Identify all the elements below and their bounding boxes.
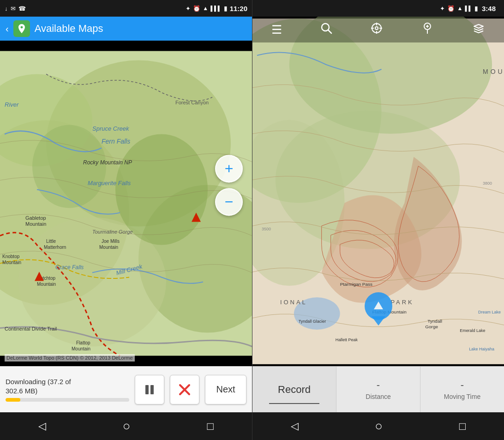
svg-text:Knobtop: Knobtop (2, 254, 20, 259)
bluetooth-icon-left: ✦ (186, 5, 191, 12)
svg-text:Dream Lake: Dream Lake (478, 310, 501, 314)
svg-text:Mountain: Mountain (2, 260, 21, 265)
svg-text:3500: 3500 (262, 227, 271, 231)
svg-line-38 (328, 30, 331, 33)
location-marker (365, 292, 392, 320)
moving-time-label: Moving Time (444, 393, 480, 400)
svg-text:Mountain: Mountain (37, 282, 56, 287)
zoom-out-button[interactable]: − (215, 188, 243, 216)
svg-text:Rocky Mountain NP: Rocky Mountain NP (83, 159, 132, 166)
download-info: Downloading (37.2 of 302.6 MB) (6, 377, 129, 402)
svg-text:Mountain: Mountain (25, 221, 46, 227)
add-waypoint-icon[interactable] (421, 22, 434, 38)
time-left: 11:20 (230, 5, 247, 12)
svg-marker-93 (374, 301, 383, 309)
status-icons-right: ✦ ⏰ ▲ ▌▌▌ ▮ 11:20 (186, 5, 247, 12)
wifi-icon-right: ▲ (457, 5, 462, 12)
record-bar: Record - Distance - Moving Time (252, 366, 504, 412)
signal-icon-right: ▌▌ (465, 6, 472, 11)
record-underline (269, 403, 319, 404)
map-area-right[interactable]: ☰ (252, 17, 504, 366)
progress-bar-fill (6, 398, 20, 402)
page-title-left: Available Maps (35, 23, 103, 35)
distance-section: - Distance (336, 367, 420, 412)
svg-text:IONAL: IONAL (280, 299, 307, 306)
svg-text:Spruce Creek: Spruce Creek (92, 125, 130, 132)
nav-bar-left: ◁ ○ □ (0, 412, 252, 440)
nav-back-right[interactable]: ◁ (291, 420, 299, 432)
battery-icon-right: ▮ (474, 5, 478, 12)
download-icon: ↓ (5, 5, 8, 12)
toolbar-right: ☰ (252, 17, 504, 42)
svg-point-40 (375, 27, 378, 30)
menu-icon[interactable]: ☰ (271, 23, 282, 37)
svg-text:River: River (5, 101, 19, 108)
app-icon (13, 20, 30, 37)
back-button[interactable]: ‹ (6, 24, 9, 34)
layers-icon[interactable] (472, 22, 485, 38)
svg-text:Emerald Lake: Emerald Lake (460, 328, 485, 333)
left-panel: ↓ ✉ ☎ ✦ ⏰ ▲ ▌▌▌ ▮ 11:20 ‹ Available Maps (0, 0, 252, 440)
search-icon[interactable] (320, 22, 332, 37)
svg-point-7 (32, 125, 106, 208)
nav-home-right[interactable]: ○ (375, 419, 383, 434)
right-panel: ✦ ⏰ ▲ ▌▌ ▮ 3:48 ☰ (252, 0, 504, 440)
status-bar-right: ✦ ⏰ ▲ ▌▌ ▮ 3:48 (252, 0, 504, 17)
status-icons-right-panel: ✦ ⏰ ▲ ▌▌ ▮ (440, 5, 478, 12)
zoom-in-icon: + (225, 161, 234, 176)
bluetooth-icon-right: ✦ (440, 5, 445, 12)
crosshair-icon[interactable] (370, 22, 383, 38)
svg-text:Tyndall: Tyndall (427, 319, 442, 324)
svg-text:Mountain: Mountain (99, 245, 118, 250)
svg-text:Fern Falls: Fern Falls (102, 138, 130, 145)
moving-time-value: - (461, 379, 464, 391)
map-area-left[interactable]: Gabletop Mountain Rocky Mountain NP Litt… (0, 41, 252, 366)
svg-rect-33 (145, 385, 149, 394)
moving-time-section: - Moving Time (420, 367, 504, 412)
bottom-bar-left: Downloading (37.2 of 302.6 MB) Next (0, 366, 252, 412)
svg-rect-34 (150, 385, 154, 394)
svg-text:MOUNTAIN: MOUNTAIN (483, 68, 504, 75)
status-icons-left: ↓ ✉ ☎ (5, 5, 26, 12)
svg-text:Ptarmigan Pass: Ptarmigan Pass (340, 282, 372, 287)
wifi-icon-left: ▲ (203, 5, 208, 12)
distance-value: - (377, 379, 380, 391)
svg-text:Grace Falls: Grace Falls (55, 264, 84, 271)
svg-text:Forest Canyon: Forest Canyon (175, 100, 209, 105)
gmail-icon: ✉ (11, 5, 16, 12)
zoom-controls: + − (215, 155, 243, 216)
battery-icon-left: ▮ (224, 5, 228, 12)
distance-label: Distance (366, 393, 390, 400)
alarm-icon-right: ⏰ (447, 5, 455, 12)
svg-text:Joe Mills: Joe Mills (102, 239, 120, 244)
alarm-icon-left: ⏰ (193, 5, 200, 12)
svg-text:Little: Little (46, 239, 56, 244)
cancel-button[interactable] (170, 375, 199, 404)
svg-text:Continental Divide Trail: Continental Divide Trail (5, 326, 57, 332)
time-right: 3:48 (482, 5, 496, 12)
svg-text:Gorge: Gorge (425, 324, 438, 329)
download-status-text: Downloading (37.2 of 302.6 MB) (6, 377, 129, 395)
svg-text:Gabletop: Gabletop (25, 215, 46, 221)
zoom-in-button[interactable]: + (215, 155, 243, 182)
svg-text:3800: 3800 (483, 181, 492, 186)
svg-point-6 (115, 134, 208, 245)
pause-button[interactable] (135, 375, 164, 404)
nav-back-left[interactable]: ◁ (38, 420, 46, 432)
nav-home-left[interactable]: ○ (123, 419, 131, 434)
svg-text:Marguerite Falls: Marguerite Falls (88, 180, 131, 187)
nav-recent-left[interactable]: □ (207, 420, 214, 433)
record-label: Record (278, 384, 311, 396)
phone-icon: ☎ (18, 5, 26, 12)
svg-text:Matterhorn: Matterhorn (44, 245, 66, 250)
nav-recent-right[interactable]: □ (459, 420, 466, 433)
progress-bar-container (6, 398, 129, 402)
status-bar-left: ↓ ✉ ☎ ✦ ⏰ ▲ ▌▌▌ ▮ 11:20 (0, 0, 252, 17)
svg-text:Lake Haiyaha: Lake Haiyaha (469, 347, 494, 351)
record-section[interactable]: Record (252, 367, 336, 412)
svg-text:Hallett Peak: Hallett Peak (336, 338, 358, 342)
svg-text:Flattop: Flattop (76, 340, 90, 345)
svg-text:Mountain: Mountain (72, 346, 90, 351)
title-bar-left: ‹ Available Maps (0, 17, 252, 41)
next-button[interactable]: Next (205, 375, 246, 404)
